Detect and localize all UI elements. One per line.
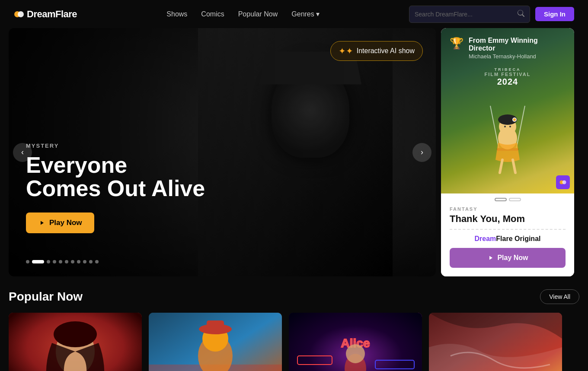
popular-section: Popular Now View All [0, 276, 588, 371]
festival-subtitle: FILM FESTIVAL [484, 72, 530, 77]
sign-in-button[interactable]: Sign In [535, 7, 574, 21]
hero-section: ✦✦ Interactive AI show MYSTERY Everyone … [9, 28, 436, 276]
svg-point-1 [18, 11, 24, 17]
navigation: DreamFlare Shows Comics Popular Now Genr… [0, 0, 588, 28]
sidebar-dots [441, 193, 574, 201]
card-image-2 [149, 313, 282, 371]
hero-title: Everyone Comes Out Alive [26, 153, 205, 200]
interactive-badge: ✦✦ Interactive AI show [330, 41, 423, 61]
sidebar-dot-2[interactable] [509, 198, 521, 201]
svg-point-31 [346, 344, 365, 363]
show-card-1[interactable] [9, 313, 142, 371]
chevron-down-icon: ▾ [316, 10, 320, 18]
hero-play-button[interactable]: Play Now [26, 212, 94, 233]
tribeca-label: TRIBECA [484, 67, 530, 72]
card-artwork-1 [9, 313, 142, 371]
svg-point-18 [54, 321, 97, 347]
dot-3[interactable] [47, 260, 50, 263]
illustration-area [441, 87, 574, 193]
nav-right: Sign In [409, 6, 574, 23]
swing-illustration [464, 97, 551, 184]
genres-label: Genres [291, 10, 314, 18]
logo[interactable]: DreamFlare [14, 9, 77, 20]
show-card-3[interactable]: Alice Alice [289, 313, 422, 371]
df-badge-icon [556, 175, 570, 189]
svg-line-13 [513, 160, 515, 173]
logo-icon [14, 9, 24, 19]
cards-row: Alice Alice [9, 313, 579, 371]
dot-2[interactable] [32, 260, 44, 263]
card-image-1 [9, 313, 142, 371]
search-icon[interactable] [518, 10, 524, 19]
dot-4[interactable] [53, 260, 56, 263]
popular-header: Popular Now View All [9, 289, 579, 304]
nav-comics[interactable]: Comics [201, 10, 224, 18]
svg-point-10 [504, 126, 506, 127]
main-content: ✦✦ Interactive AI show MYSTERY Everyone … [0, 28, 588, 276]
sidebar-genre: FANTASY [450, 206, 566, 212]
sparkle-icon: ✦✦ [339, 46, 353, 56]
sidebar-play-button[interactable]: Play Now [450, 248, 566, 268]
dot-5[interactable] [59, 260, 62, 263]
hero-next-arrow[interactable]: › [412, 143, 431, 162]
search-input[interactable] [415, 11, 518, 18]
dot-10[interactable] [89, 260, 93, 263]
hero-content: MYSTERY Everyone Comes Out Alive Play No… [26, 143, 205, 233]
from-label: From Emmy Winning Director [469, 37, 566, 52]
sidebar-dot-1[interactable] [495, 198, 507, 201]
sidebar-image-section: TRIBECA FILM FESTIVAL 2024 [441, 64, 574, 193]
card-artwork-4 [429, 313, 562, 371]
svg-point-9 [513, 118, 516, 121]
dot-11[interactable] [95, 260, 99, 263]
play-icon-sidebar [487, 254, 494, 261]
svg-rect-24 [207, 320, 224, 330]
play-button-label: Play Now [49, 219, 82, 227]
card-image-4 [429, 313, 562, 371]
sidebar-play-label: Play Now [497, 254, 528, 262]
dot-1[interactable] [26, 260, 29, 263]
view-all-button[interactable]: View All [540, 289, 579, 304]
show-card-2[interactable] [149, 313, 282, 371]
card-artwork-2 [149, 313, 282, 371]
badge-text: Interactive AI show [357, 47, 415, 55]
svg-line-12 [500, 160, 502, 173]
svg-point-15 [562, 181, 566, 184]
dot-7[interactable] [71, 260, 74, 263]
sidebar-header: 🏆 From Emmy Winning Director Michaela Te… [441, 28, 574, 64]
director-name: Michaela Ternasky-Holland [469, 53, 566, 60]
df-original-label: DreamFlare Original [450, 235, 566, 243]
logo-text: DreamFlare [27, 9, 77, 20]
svg-point-11 [509, 126, 511, 127]
dot-8[interactable] [77, 260, 80, 263]
nav-popular-now[interactable]: Popular Now [238, 10, 278, 18]
sidebar-show-title: Thank You, Mom [450, 213, 566, 225]
logo-badge [559, 178, 567, 186]
sidebar-featured-card: 🏆 From Emmy Winning Director Michaela Te… [441, 28, 574, 276]
festival-year: 2024 [484, 77, 530, 87]
dot-9[interactable] [83, 260, 86, 263]
svg-line-2 [490, 106, 499, 149]
svg-line-3 [516, 106, 525, 149]
sidebar-footer: FANTASY Thank You, Mom DreamFlare Origin… [441, 201, 574, 276]
nav-genres[interactable]: Genres ▾ [291, 10, 319, 18]
df-original-text: DreamFlare Original [475, 235, 541, 242]
search-bar[interactable] [409, 6, 530, 23]
hero-genre: MYSTERY [26, 143, 205, 149]
play-icon [38, 219, 45, 226]
nav-shows[interactable]: Shows [166, 10, 187, 18]
hero-prev-arrow[interactable]: ‹ [13, 143, 32, 162]
trophy-icon: 🏆 [450, 37, 463, 50]
show-card-4[interactable] [429, 313, 562, 371]
sidebar-divider [450, 229, 566, 230]
dot-6[interactable] [65, 260, 68, 263]
popular-title: Popular Now [9, 290, 83, 304]
hero-dots [26, 260, 99, 263]
card-image-3: Alice Alice [289, 313, 422, 371]
nav-links: Shows Comics Popular Now Genres ▾ [166, 10, 319, 18]
sidebar-header-area: 🏆 From Emmy Winning Director Michaela Te… [441, 28, 574, 193]
festival-info: TRIBECA FILM FESTIVAL 2024 [484, 67, 530, 87]
sidebar-title-area: From Emmy Winning Director Michaela Tern… [469, 37, 566, 60]
card-artwork-3: Alice Alice [289, 313, 422, 371]
